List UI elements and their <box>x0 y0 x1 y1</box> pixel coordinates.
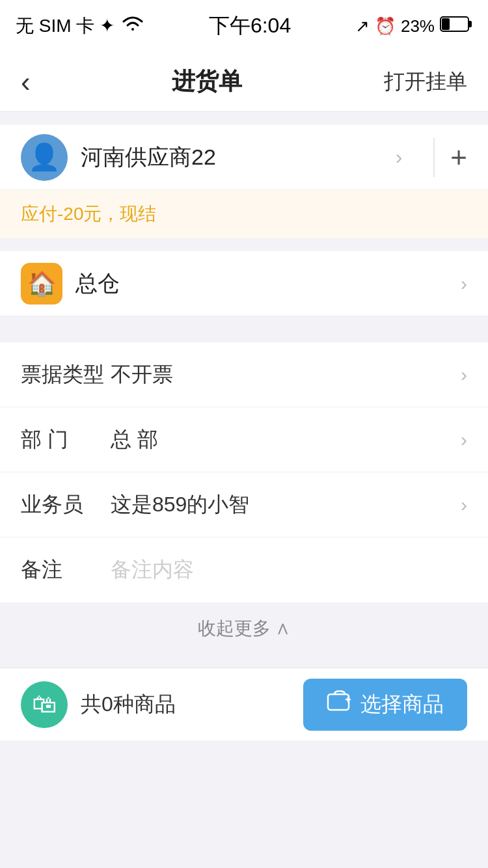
add-supplier-button[interactable]: + <box>450 143 467 172</box>
location-icon: ↗ <box>355 16 370 36</box>
department-chevron-icon: › <box>461 429 467 451</box>
salesperson-chevron-icon: › <box>461 494 467 516</box>
cart-icon <box>327 690 353 719</box>
department-row[interactable]: 部 门 总 部 › <box>0 407 488 472</box>
collapse-row[interactable]: 收起更多 ∧ <box>0 603 488 655</box>
open-pending-button[interactable]: 打开挂单 <box>384 68 467 96</box>
goods-count-label: 共0种商品 <box>81 690 303 719</box>
invoice-type-chevron-icon: › <box>461 364 467 386</box>
goods-icon-wrap: 🛍 <box>21 681 68 728</box>
goods-bag-icon: 🛍 <box>32 690 57 718</box>
section-gap-1 <box>0 112 488 125</box>
select-goods-button[interactable]: 选择商品 <box>303 679 467 731</box>
department-value: 总 部 <box>111 426 461 454</box>
warehouse-icon-wrap: 🏠 <box>21 263 62 305</box>
page-title: 进货单 <box>172 66 242 98</box>
bottom-bar: 🛍 共0种商品 选择商品 <box>0 668 488 740</box>
status-right: ↗ ⏰ 23% <box>355 15 472 38</box>
alarm-icon: ⏰ <box>375 16 396 36</box>
svg-rect-1 <box>468 21 472 27</box>
notice-bar: 应付-20元，现结 <box>0 190 488 238</box>
supplier-chevron-icon: › <box>396 145 403 169</box>
warehouse-row[interactable]: 🏠 总仓 › <box>0 251 488 316</box>
remark-row[interactable]: 备注 备注内容 <box>0 537 488 603</box>
select-goods-label: 选择商品 <box>360 690 444 719</box>
supplier-row[interactable]: 👤 河南供应商22 › + <box>0 125 488 190</box>
status-bar: 无 SIM 卡 ✦ 下午6:04 ↗ ⏰ 23% <box>0 0 488 52</box>
status-left: 无 SIM 卡 ✦ <box>16 14 144 38</box>
warehouse-icon: 🏠 <box>27 270 57 297</box>
collapse-label: 收起更多 ∧ <box>198 616 291 641</box>
salesperson-label: 业务员 <box>21 491 105 519</box>
battery-icon <box>440 15 472 38</box>
supplier-avatar: 👤 <box>21 134 68 181</box>
nav-bar: ‹ 进货单 打开挂单 <box>0 52 488 112</box>
vertical-divider <box>433 138 435 177</box>
battery-text: 23% <box>401 16 435 36</box>
salesperson-row[interactable]: 业务员 这是859的小智 › <box>0 472 488 537</box>
section-gap-2 <box>0 238 488 251</box>
remark-input[interactable]: 备注内容 <box>111 556 467 584</box>
wifi-icon <box>121 15 144 38</box>
form-section: 票据类型 不开票 › 部 门 总 部 › 业务员 这是859的小智 › 备注 备… <box>0 342 488 603</box>
status-time: 下午6:04 <box>209 12 291 40</box>
svg-rect-2 <box>442 18 450 30</box>
remark-label: 备注 <box>21 556 105 584</box>
invoice-type-value: 不开票 <box>111 360 461 389</box>
sim-icon: 无 SIM 卡 ✦ <box>16 14 115 38</box>
svg-rect-3 <box>328 694 349 710</box>
warehouse-name: 总仓 <box>75 269 461 299</box>
supplier-name: 河南供应商22 <box>81 142 396 172</box>
warehouse-chevron-icon: › <box>461 273 467 295</box>
section-gap-3 <box>0 316 488 329</box>
person-icon: 👤 <box>28 142 61 172</box>
salesperson-value: 这是859的小智 <box>111 491 461 519</box>
section-gap-4 <box>0 655 488 668</box>
department-label: 部 门 <box>21 426 105 454</box>
invoice-type-label: 票据类型 <box>21 360 105 389</box>
back-button[interactable]: ‹ <box>21 68 31 96</box>
invoice-type-row[interactable]: 票据类型 不开票 › <box>0 342 488 407</box>
